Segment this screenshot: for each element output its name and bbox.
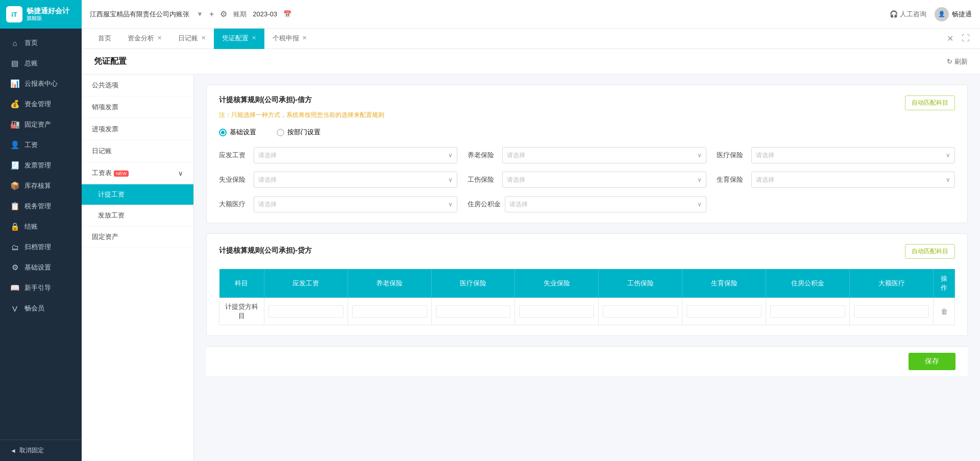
sidebar-item-archive[interactable]: 🗂 归档管理: [0, 237, 82, 257]
sidebar-item-label: 税务管理: [24, 202, 51, 211]
medical-input[interactable]: [436, 305, 511, 318]
salary-select[interactable]: 请选择 ∨: [254, 147, 457, 163]
big-medical-arrow-icon: ∨: [448, 201, 453, 208]
close-tab-button[interactable]: ✕: [945, 32, 955, 45]
new-badge: NEW: [114, 171, 129, 177]
maternity-select[interactable]: 请选择 ∨: [751, 172, 955, 188]
sidebar-item-payroll[interactable]: 👤 工资: [0, 135, 82, 155]
medical-select[interactable]: 请选择 ∨: [751, 147, 955, 163]
pension-input[interactable]: [352, 305, 427, 318]
sidebar-item-settings[interactable]: ⚙ 基础设置: [0, 257, 82, 278]
table-row: 计提贷方科目 🗑: [219, 298, 955, 325]
user-menu[interactable]: 👤 畅捷通: [935, 7, 972, 21]
th-pension: 养老保险: [348, 269, 431, 298]
settings-nav-icon: ⚙: [10, 263, 19, 272]
tab-voucher-close[interactable]: ✕: [252, 35, 256, 41]
debit-section-note: 注：只能选择一种方式，系统将按照您当前的选择来配置规则: [219, 111, 384, 119]
tab-fund-close[interactable]: ✕: [157, 35, 162, 41]
app-name: 畅捷通好会计: [27, 7, 69, 15]
td-medical-input[interactable]: [431, 298, 515, 325]
tab-tax-label: 个税申报: [273, 34, 299, 43]
housing-input[interactable]: [770, 305, 845, 318]
sidebar-item-fund[interactable]: 💰 资金管理: [0, 94, 82, 114]
left-menu-purchase[interactable]: 进项发票: [82, 118, 193, 140]
page-body: 公共选项 销项发票 进项发票 日记账 工资表NEW ∨ 计提工资 发放工资 固定…: [82, 75, 980, 461]
td-pension-input[interactable]: [348, 298, 431, 325]
refresh-button[interactable]: ↻ 刷新: [947, 57, 968, 66]
debit-radio-group: 基础设置 按部门设置: [219, 128, 955, 137]
unemployment-select[interactable]: 请选择 ∨: [254, 172, 457, 188]
left-menu-diary[interactable]: 日记账: [82, 140, 193, 162]
td-injury-input[interactable]: [599, 298, 682, 325]
sidebar-item-fixed[interactable]: 🏭 固定资产: [0, 114, 82, 135]
period-label: 账期: [233, 10, 247, 19]
injury-select[interactable]: 请选择 ∨: [502, 172, 706, 188]
tab-diary-close[interactable]: ✕: [201, 35, 206, 41]
left-menu-public[interactable]: 公共选项: [82, 75, 193, 96]
injury-placeholder: 请选择: [507, 176, 525, 184]
topbar: 江西服宝精品有限责任公司内账张 ▼ + ⚙ 账期 2023-03 📅 🎧 人工咨…: [82, 0, 980, 29]
td-big-medical-input[interactable]: [850, 298, 934, 325]
big-medical-select[interactable]: 请选择 ∨: [254, 196, 457, 212]
housing-select[interactable]: 请选择 ∨: [505, 196, 706, 212]
left-menu-calc-payroll[interactable]: 计提工资: [82, 184, 193, 205]
housing-arrow-icon: ∨: [697, 201, 702, 208]
sidebar-item-tax[interactable]: 📋 税务管理: [0, 196, 82, 216]
th-unemployment: 失业保险: [515, 269, 599, 298]
left-menu-sales[interactable]: 销项发票: [82, 96, 193, 118]
add-company-button[interactable]: +: [209, 10, 214, 19]
service-button[interactable]: 🎧 人工咨询: [890, 10, 926, 19]
save-button[interactable]: 保存: [909, 353, 955, 370]
pension-select[interactable]: 请选择 ∨: [502, 147, 706, 163]
debit-auto-match-button[interactable]: 自动匹配科目: [905, 95, 955, 110]
left-menu-payroll-group[interactable]: 工资表NEW ∨: [82, 162, 193, 184]
sidebar-item-guide[interactable]: 📖 新手引导: [0, 278, 82, 298]
big-medical-label: 大额医疗: [219, 200, 250, 209]
delete-row-icon[interactable]: 🗑: [941, 307, 948, 316]
maximize-button[interactable]: ⛶: [960, 32, 972, 45]
main-wrapper: 江西服宝精品有限责任公司内账张 ▼ + ⚙ 账期 2023-03 📅 🎧 人工咨…: [82, 0, 980, 461]
td-unemployment-input[interactable]: [515, 298, 599, 325]
radio-dept[interactable]: 按部门设置: [277, 128, 321, 137]
radio-basic[interactable]: 基础设置: [219, 128, 256, 137]
sidebar-item-reports[interactable]: 📊 云报表中心: [0, 74, 82, 94]
chevron-down-icon: ∨: [178, 169, 183, 177]
sidebar-item-invoice[interactable]: 🧾 发票管理: [0, 155, 82, 176]
left-menu-fixed-assets[interactable]: 固定资产: [82, 226, 193, 248]
inventory-icon: 📦: [10, 181, 19, 190]
tabs-bar: 首页 资金分析 ✕ 日记账 ✕ 凭证配置 ✕ 个税申报 ✕ ✕ ⛶: [82, 29, 980, 49]
sidebar-item-label: 固定资产: [24, 120, 51, 129]
sidebar-item-label: 新手引导: [24, 283, 51, 293]
injury-input[interactable]: [603, 305, 678, 318]
tab-diary[interactable]: 日记账 ✕: [170, 29, 214, 49]
sidebar-item-inventory[interactable]: 📦 库存核算: [0, 176, 82, 196]
sidebar-item-closing[interactable]: 🔒 结账: [0, 216, 82, 237]
sidebar-item-ledger[interactable]: ▤ 总账: [0, 53, 82, 74]
maternity-input[interactable]: [687, 305, 762, 318]
big-medical-placeholder: 请选择: [258, 200, 277, 209]
salary-placeholder: 请选择: [258, 151, 277, 160]
tab-tax-close[interactable]: ✕: [302, 35, 307, 41]
sidebar-item-home[interactable]: ⌂ 首页: [0, 33, 82, 53]
tab-home[interactable]: 首页: [90, 29, 119, 49]
unemployment-input[interactable]: [519, 305, 594, 318]
big-medical-input[interactable]: [854, 305, 929, 318]
tab-tax[interactable]: 个税申报 ✕: [264, 29, 315, 49]
left-menu-pay-payroll[interactable]: 发放工资: [82, 205, 193, 226]
td-delete[interactable]: 🗑: [934, 298, 955, 325]
page-content: 凭证配置 ↻ 刷新 公共选项 销项发票 进项发票 日记账 工资表NEW ∨ 计提…: [82, 49, 980, 461]
credit-auto-match-button[interactable]: 自动匹配科目: [905, 244, 955, 259]
settings-icon[interactable]: ⚙: [220, 9, 227, 19]
td-salary-input[interactable]: [264, 298, 348, 325]
tab-fund[interactable]: 资金分析 ✕: [119, 29, 170, 49]
salary-input[interactable]: [268, 305, 344, 318]
salary-label: 应发工资: [219, 151, 250, 160]
fixed-icon: 🏭: [10, 120, 19, 129]
tab-voucher[interactable]: 凭证配置 ✕: [214, 29, 264, 49]
unpin-button[interactable]: ◄ 取消固定: [0, 440, 82, 461]
td-housing-input[interactable]: [766, 298, 850, 325]
sidebar-item-vip[interactable]: V 畅会员: [0, 298, 82, 319]
td-maternity-input[interactable]: [682, 298, 766, 325]
company-dropdown-icon[interactable]: ▼: [197, 10, 203, 18]
calendar-icon[interactable]: 📅: [283, 10, 291, 18]
